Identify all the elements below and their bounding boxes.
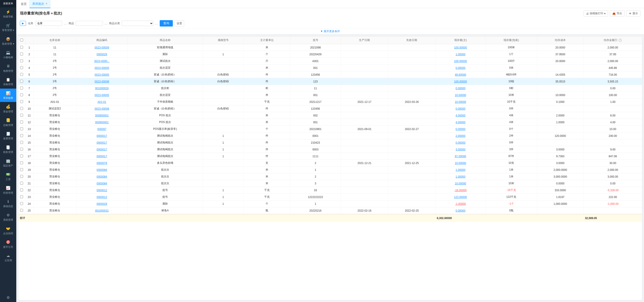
warehouse-dots[interactable]: ... — [64, 22, 67, 25]
row-checkbox[interactable] — [20, 127, 23, 130]
qty-main-link[interactable]: 1.00000 — [456, 168, 465, 172]
qty-main-link[interactable]: 10.00000 — [455, 100, 466, 103]
row-checkbox[interactable] — [20, 189, 23, 191]
qty-main-link[interactable]: 100.00000 — [454, 60, 467, 63]
goods-code-link[interactable]: 0023-0000... — [94, 60, 110, 63]
goods-code-link[interactable]: 0000017 — [96, 148, 107, 151]
goods-code-link[interactable]: 0000017 — [96, 155, 107, 158]
search-button[interactable]: 查询 — [160, 20, 173, 27]
qty-main-link[interactable]: 10.00000 — [455, 162, 466, 165]
goods-code-link[interactable]: 0000012 — [96, 196, 107, 199]
row-checkbox[interactable] — [20, 80, 23, 83]
qty-main-link[interactable]: 0.00000 — [456, 127, 465, 131]
qty-main-link[interactable]: 10.00000 — [455, 182, 466, 185]
row-checkbox[interactable] — [20, 134, 23, 137]
row-checkbox[interactable] — [20, 155, 23, 158]
qty-main-link[interactable]: 3.00000 — [456, 148, 465, 151]
filter-expand-button[interactable]: ▶ — [20, 21, 26, 26]
qty-main-link[interactable]: -1.00000 — [455, 202, 466, 206]
sidebar-item-finance[interactable]: 💰 资金管理 — [0, 102, 16, 115]
row-checkbox[interactable] — [20, 73, 23, 76]
row-checkbox[interactable] — [20, 195, 23, 198]
sidebar-item-collab[interactable]: 🤝 企业协同 — [0, 224, 16, 238]
goods-code-link[interactable]: 0023-00005 — [94, 94, 109, 97]
sidebar-logo[interactable]: 搜索菜单 — [0, 0, 16, 7]
goods-code-link[interactable]: 0000084 — [96, 168, 107, 172]
sidebar-item-ledger[interactable]: 📒 总账管理 — [0, 115, 16, 129]
sidebar-item-salary[interactable]: 💵 工资 — [0, 170, 16, 183]
sidebar-item-guide[interactable]: 🎯 新手引导 — [0, 237, 16, 251]
row-checkbox[interactable] — [20, 53, 23, 56]
goods-code-link[interactable]: 000900001 — [95, 121, 108, 124]
sidebar-item-inventory[interactable]: 📊 库存核查 — [0, 89, 16, 102]
row-checkbox[interactable] — [20, 209, 23, 212]
goods-code-link[interactable]: 0000012 — [96, 189, 107, 192]
sidebar-item-small-ecom[interactable]: 💻 小额电商 — [0, 48, 16, 61]
sidebar-item-management[interactable]: 📈 经营管理 — [0, 183, 16, 197]
display-button[interactable]: 👁 显示 — [626, 11, 640, 17]
expand-conditions-row[interactable]: ▼ 展开更多条件 — [20, 28, 640, 34]
sidebar-item-system[interactable]: ⚙ 系统管理 — [0, 210, 16, 224]
qty-main-link[interactable]: 122.00000 — [454, 196, 467, 199]
row-checkbox[interactable] — [20, 59, 23, 62]
qty-main-link[interactable]: -16.00000 — [454, 189, 467, 192]
goods-code-link[interactable]: 0023-00005 — [94, 66, 109, 70]
sidebar-item-invoice[interactable]: 🧾 发票管理 — [0, 129, 16, 143]
sidebar-item-purchase[interactable]: 📋 采购管理 — [0, 75, 16, 89]
row-checkbox[interactable] — [20, 202, 23, 205]
goods-code-link[interactable]: 0023-00005 — [94, 73, 109, 76]
sidebar-item-wholesale[interactable]: 📦 批发管理 ▾ — [0, 35, 16, 48]
goods-code-link[interactable]: 0000078 — [96, 162, 107, 165]
goods-code-link[interactable]: 0000029 — [96, 53, 107, 56]
qty-main-link[interactable]: 4.00000 — [456, 121, 465, 124]
goods-code-link[interactable]: 0000084 — [96, 182, 107, 185]
goods-code-link[interactable]: 000900001 — [95, 114, 108, 117]
row-checkbox[interactable] — [20, 141, 23, 144]
sidebar-item-cloud[interactable]: ☁ 云应用 — [0, 251, 16, 265]
goods-dots[interactable]: ... — [105, 22, 108, 25]
qty-main-link[interactable]: 100.00000 — [454, 46, 467, 49]
qty-main-link[interactable]: 2.00000 — [456, 134, 465, 137]
row-checkbox[interactable] — [20, 120, 23, 123]
qty-main-link[interactable]: 0.00000 — [456, 141, 465, 144]
goods-code-link[interactable]: 0000029 — [96, 202, 107, 206]
row-checkbox[interactable] — [20, 107, 23, 110]
category-dots[interactable]: ... — [155, 22, 158, 25]
goods-input[interactable] — [76, 21, 103, 26]
select-all-checkbox[interactable] — [20, 39, 23, 42]
qty-main-link[interactable]: 4.00000 — [456, 114, 465, 117]
row-checkbox[interactable] — [20, 87, 23, 89]
row-checkbox[interactable] — [20, 168, 23, 171]
goods-code-link[interactable]: 0000017 — [96, 141, 107, 144]
goods-code-link[interactable]: 0023-00009 — [94, 46, 109, 49]
qty-main-link[interactable]: 87.00000 — [455, 155, 466, 158]
goods-code-link[interactable]: 001000031 — [95, 209, 108, 212]
sidebar-item-tax[interactable]: 📑 税务管理 — [0, 143, 16, 156]
qty-main-link[interactable]: 0.00000 — [456, 209, 465, 212]
goods-code-link[interactable]: A01-01 — [98, 100, 106, 103]
row-checkbox[interactable] — [20, 175, 23, 178]
qty-main-link[interactable]: 100.00000 — [454, 80, 467, 83]
qty-main-link[interactable]: 1.00000 — [456, 175, 465, 178]
sidebar-item-nav[interactable]: ⚡ 快捷导航 — [0, 7, 16, 21]
row-checkbox[interactable] — [20, 100, 23, 103]
row-checkbox[interactable] — [20, 114, 23, 117]
sidebar-settings[interactable]: ⚙ — [0, 293, 16, 302]
tab-home[interactable]: 首页 — [18, 0, 30, 8]
qty-main-link[interactable]: 49.60000 — [455, 73, 466, 76]
sidebar-item-retail[interactable]: 🛒 零售管理 ▾ — [0, 21, 16, 35]
row-checkbox[interactable] — [20, 182, 23, 185]
tab-close-btn[interactable]: ✕ — [46, 2, 48, 5]
qty-main-link[interactable]: 0.00000 — [456, 107, 465, 110]
print-template-button[interactable]: 🖨 按模板打印 ▾ — [584, 11, 608, 17]
sidebar-item-ecom[interactable]: 🖥 电商管理 — [0, 61, 16, 75]
qty-main-link[interactable]: 10.00000 — [455, 94, 466, 97]
row-checkbox[interactable] — [20, 148, 23, 151]
goods-code-link[interactable]: 001000026 — [95, 87, 108, 90]
warehouse-input[interactable] — [35, 21, 62, 26]
row-checkbox[interactable] — [20, 161, 23, 164]
qty-main-link[interactable]: 0.00000 — [456, 87, 465, 90]
row-checkbox[interactable] — [20, 66, 23, 69]
qty-main-link[interactable]: 0.00000 — [456, 66, 465, 70]
category-select[interactable] — [122, 21, 153, 26]
